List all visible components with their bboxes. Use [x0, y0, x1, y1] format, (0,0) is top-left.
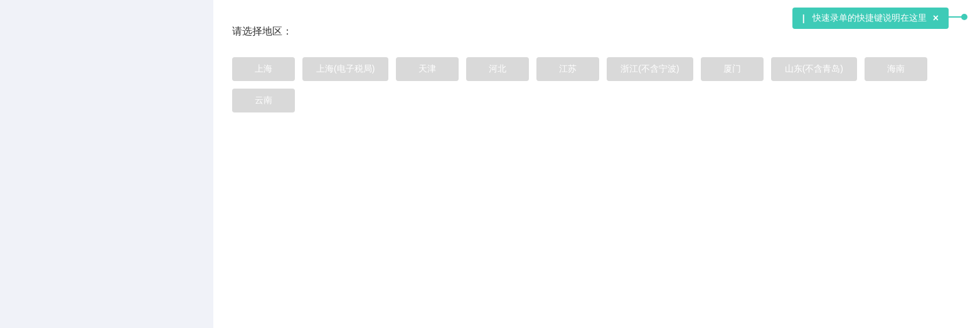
- left-sidebar: [0, 0, 213, 328]
- region-button-yunnan[interactable]: 云南: [232, 89, 295, 112]
- region-button-shanghai-etax[interactable]: 上海(电子税局): [302, 57, 388, 81]
- region-button-shandong[interactable]: 山东(不含青岛): [771, 57, 857, 81]
- region-button-tianjin[interactable]: 天津: [396, 57, 459, 81]
- region-buttons-container: 上海上海(电子税局)天津河北江苏浙江(不含宁波)厦门山东(不含青岛)海南云南: [232, 57, 961, 112]
- region-button-jiangsu[interactable]: 江苏: [536, 57, 599, 81]
- region-button-hebei[interactable]: 河北: [466, 57, 529, 81]
- tooltip-dot-indicator: [961, 14, 967, 20]
- region-button-hainan[interactable]: 海南: [865, 57, 927, 81]
- region-button-xiamen[interactable]: 厦门: [701, 57, 764, 81]
- main-content: 请选择地区： 上海上海(电子税局)天津河北江苏浙江(不含宁波)厦门山东(不含青岛…: [213, 0, 980, 328]
- tooltip-banner: 快速录单的快捷键说明在这里 ×: [792, 8, 949, 29]
- region-button-shanghai[interactable]: 上海: [232, 57, 295, 81]
- tooltip-text: 快速录单的快捷键说明在这里: [812, 13, 927, 24]
- region-button-zhejiang[interactable]: 浙江(不含宁波): [607, 57, 693, 81]
- tooltip-close-button[interactable]: ×: [933, 13, 939, 23]
